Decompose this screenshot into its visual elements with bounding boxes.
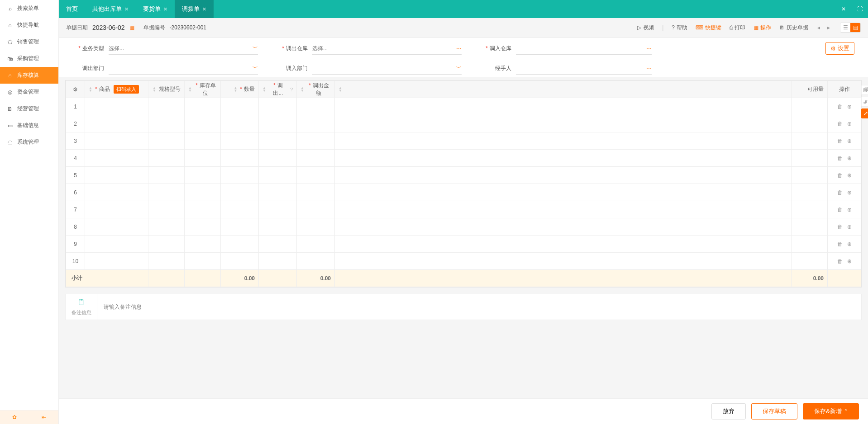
add-row-icon[interactable]: ⊕ [847,172,852,179]
header-video[interactable]: ▷视频 [635,24,656,32]
tab-2[interactable]: 要货单✕ [136,0,175,18]
tab-close-all[interactable]: ✕ [835,0,852,18]
table-row[interactable]: 7🗑⊕ [66,201,861,218]
outdept-label: 调出部门 [72,65,109,72]
th-unit[interactable]: ▲▼库存单位 [185,81,221,98]
indept-select[interactable]: ﹀ [312,62,462,75]
prev-doc[interactable]: ◂ [815,24,823,32]
scan-tag[interactable]: 扫码录入 [114,85,139,94]
delete-icon[interactable]: 🗑 [837,104,843,110]
sidebar-item-2[interactable]: ⬠销售管理 [0,33,58,50]
header-history[interactable]: 🗎历史单据 [777,24,810,32]
delete-icon[interactable]: 🗑 [837,258,843,264]
add-row-icon[interactable]: ⊕ [847,121,852,127]
table-row[interactable]: 4🗑⊕ [66,150,861,167]
sidebar-item-4[interactable]: ⌂库存核算 [0,67,58,84]
table-row[interactable]: 5🗑⊕ [66,167,861,184]
add-row-icon[interactable]: ⊕ [847,207,852,213]
footer: 放弃 保存草稿 保存&新增 ˄ [59,398,868,424]
sidebar-item-1[interactable]: ⌂快捷导航 [0,17,58,33]
th-goods[interactable]: ▲▼商品扫码录入 [85,81,148,98]
add-row-icon[interactable]: ⊕ [847,241,852,247]
outwh-select[interactable]: ⋯ [312,42,462,55]
close-icon[interactable]: ✕ [163,6,167,12]
tab-1[interactable]: 其他出库单✕ [85,0,136,18]
tab-3[interactable]: 调拨单✕ [175,0,214,18]
id-icon: ▭ [6,122,14,129]
th-qty[interactable]: ▲▼数量 [221,81,259,98]
add-row-icon[interactable]: ⊕ [847,224,852,230]
view-mode-list[interactable]: ☰ [840,23,850,32]
view-mode-form[interactable]: ▤ [850,23,860,32]
header-ops[interactable]: ▦操作 [752,24,773,32]
tag-icon: ⬠ [6,38,14,46]
th-gear[interactable]: ⚙ [66,81,85,98]
rail-attach[interactable]: 🖇 [861,97,868,107]
settings-button[interactable]: ⚙ 设置 [825,42,854,55]
outdept-select[interactable]: ﹀ [109,62,258,75]
header-print[interactable]: ⎙打印 [728,24,747,32]
sidebar-item-8[interactable]: ◌系统管理 [0,134,58,151]
inwh-input[interactable] [516,43,652,53]
more-icon: ⋯ [646,65,652,71]
sidebar-item-5[interactable]: ◎资金管理 [0,84,58,100]
add-row-icon[interactable]: ⊕ [847,104,852,110]
th-outp[interactable]: ▲▼调出...? [259,81,297,98]
handler-select[interactable]: ⋯ [516,62,652,75]
gear-dash-icon: ◌ [6,139,14,146]
add-row-icon[interactable]: ⊕ [847,189,852,196]
th-spec[interactable]: ▲▼规格型号 [148,81,185,98]
handler-input[interactable] [516,63,652,73]
th-avail[interactable]: 可用量 [792,81,828,98]
doc-num-label: 单据编号 [143,24,165,32]
th-outa[interactable]: ▲▼调出金额 [297,81,335,98]
table-row[interactable]: 9🗑⊕ [66,236,861,253]
outwh-input[interactable] [312,43,462,53]
rail-expand[interactable]: ⤢ [861,108,868,118]
rail-detail[interactable]: 🗐 [861,85,868,95]
add-row-icon[interactable]: ⊕ [847,138,852,144]
header-help[interactable]: ?帮助 [670,24,689,32]
calendar-icon[interactable]: ▦ [129,24,134,31]
delete-icon[interactable]: 🗑 [837,121,843,127]
delete-icon[interactable]: 🗑 [837,207,843,213]
add-row-icon[interactable]: ⊕ [847,155,852,161]
sidebar-item-0[interactable]: ⌕搜索菜单 [0,0,58,17]
biztype-select[interactable]: ﹀ [109,42,258,55]
delete-icon[interactable]: 🗑 [837,138,843,144]
collapse-icon[interactable]: ⇤ [42,414,46,420]
table-row[interactable]: 2🗑⊕ [66,115,861,132]
biztype-input[interactable] [109,43,258,53]
sidebar-item-6[interactable]: 🗎经营管理 [0,100,58,117]
delete-icon[interactable]: 🗑 [837,189,843,196]
delete-icon[interactable]: 🗑 [837,155,843,161]
save-draft-button[interactable]: 保存草稿 [751,403,797,419]
outdept-input[interactable] [109,63,258,73]
outwh-label: 调出仓库 [276,45,312,52]
sidebar-item-7[interactable]: ▭基础信息 [0,117,58,134]
indept-input[interactable] [312,63,462,73]
gear-icon[interactable]: ✿ [12,414,17,420]
remarks-input[interactable] [97,294,861,320]
table-row[interactable]: 8🗑⊕ [66,218,861,236]
ops-icon: ▦ [754,24,758,31]
sidebar-item-3[interactable]: 🛍采购管理 [0,50,58,67]
header-shortcut[interactable]: ⌨快捷键 [694,24,723,32]
delete-icon[interactable]: 🗑 [837,224,843,230]
fullscreen-icon[interactable]: ⛶ [852,0,868,18]
inwh-select[interactable]: ⋯ [516,42,652,55]
delete-icon[interactable]: 🗑 [837,241,843,247]
next-doc[interactable]: ▸ [825,24,833,32]
table-row[interactable]: 3🗑⊕ [66,132,861,150]
discard-button[interactable]: 放弃 [711,403,746,419]
close-icon[interactable]: ✕ [124,6,129,12]
save-new-button[interactable]: 保存&新增 ˄ [803,403,859,419]
table-row[interactable]: 1🗑⊕ [66,98,861,115]
delete-icon[interactable]: 🗑 [837,172,843,179]
close-icon[interactable]: ✕ [202,6,206,12]
tab-0[interactable]: 首页 [59,0,85,18]
table-row[interactable]: 6🗑⊕ [66,184,861,201]
table-row[interactable]: 10🗑⊕ [66,253,861,270]
doc-date-value[interactable]: 2023-06-02 [92,24,125,31]
add-row-icon[interactable]: ⊕ [847,258,852,264]
